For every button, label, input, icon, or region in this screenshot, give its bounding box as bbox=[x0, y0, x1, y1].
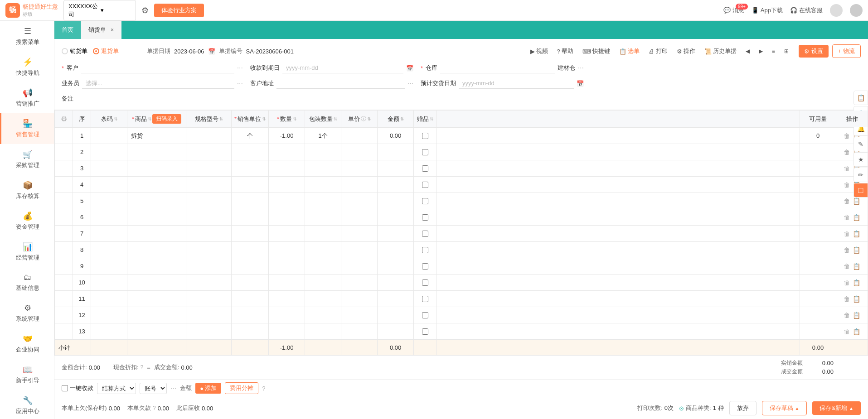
warehouse-more-icon[interactable]: ··· bbox=[578, 64, 584, 72]
bank-account-select[interactable]: 账号 bbox=[140, 383, 167, 394]
tab-home[interactable]: 首页 bbox=[54, 21, 81, 39]
row-barcode-12[interactable] bbox=[91, 323, 127, 340]
row-barcode-3[interactable] bbox=[91, 177, 127, 193]
row-gift-8[interactable] bbox=[414, 258, 436, 275]
help-btn[interactable]: ? 帮助 bbox=[554, 46, 576, 57]
calendar-icon[interactable]: 📅 bbox=[208, 48, 215, 55]
delete-row-icon-10[interactable]: 🗑 bbox=[844, 295, 850, 303]
delete-row-icon-4[interactable]: 🗑 bbox=[844, 197, 850, 205]
row-barcode-0[interactable] bbox=[91, 128, 127, 144]
unit-sort-icon[interactable]: ⇅ bbox=[262, 116, 266, 121]
row-gift-1[interactable] bbox=[414, 144, 436, 160]
sidebar-item-inventory[interactable]: 📦 库存核算 bbox=[0, 175, 54, 206]
one-click-checkbox[interactable] bbox=[62, 385, 68, 391]
row-barcode-9[interactable] bbox=[91, 275, 127, 291]
row-barcode-6[interactable] bbox=[91, 226, 127, 242]
sidebar-item-search[interactable]: ☰ 搜索菜单 bbox=[0, 21, 54, 52]
video-btn[interactable]: ▶ 视频 bbox=[528, 46, 551, 57]
sidebar-item-operations[interactable]: 📊 经营管理 bbox=[0, 236, 54, 267]
delete-row-icon-2[interactable]: 🗑 bbox=[844, 165, 850, 172]
company-selector[interactable]: XXXXXX公司 ▾ bbox=[63, 0, 136, 21]
print-btn[interactable]: 🖨 打印 bbox=[646, 46, 670, 57]
expense-split-button[interactable]: 费用分摊 bbox=[225, 382, 258, 394]
row-gift-7[interactable] bbox=[414, 242, 436, 258]
bank-more-icon[interactable]: ··· bbox=[170, 384, 176, 392]
copy-row-icon-8[interactable]: 📋 bbox=[853, 263, 860, 270]
amount-sort-icon[interactable]: ⇅ bbox=[400, 116, 404, 121]
float-active-icon[interactable]: □ bbox=[853, 183, 868, 197]
nav-next-btn[interactable]: ▶ bbox=[756, 47, 766, 56]
copy-row-icon-9[interactable]: 📋 bbox=[853, 279, 860, 286]
row-barcode-7[interactable] bbox=[91, 242, 127, 258]
row-gift-5[interactable] bbox=[414, 209, 436, 226]
operate-btn[interactable]: ⚙ 操作 bbox=[674, 46, 698, 57]
row-barcode-1[interactable] bbox=[91, 144, 127, 160]
delivery-date-input[interactable] bbox=[459, 78, 574, 89]
row-gift-2[interactable] bbox=[414, 160, 436, 177]
payment-due-calendar-icon[interactable]: 📅 bbox=[406, 65, 413, 72]
online-service-button[interactable]: 🎧 在线客服 bbox=[790, 6, 823, 14]
qty-sort-icon[interactable]: ⇅ bbox=[293, 116, 296, 121]
history-btn[interactable]: 📜 历史单据 bbox=[702, 46, 739, 57]
row-gift-4[interactable] bbox=[414, 193, 436, 209]
sidebar-item-basics[interactable]: 🗂 基础信息 bbox=[0, 267, 54, 298]
barcode-sort-icon[interactable]: ⇅ bbox=[114, 116, 117, 121]
add-payment-button[interactable]: ● 添加 bbox=[195, 383, 221, 394]
save-draft-button[interactable]: 保存草稿 ▲ bbox=[762, 401, 807, 415]
row-barcode-8[interactable] bbox=[91, 258, 127, 275]
customer-more-icon[interactable]: ··· bbox=[237, 64, 243, 72]
discount-info-icon[interactable]: ? bbox=[141, 364, 144, 371]
delete-row-icon-0[interactable]: 🗑 bbox=[844, 132, 850, 140]
delete-row-icon-8[interactable]: 🗑 bbox=[844, 263, 850, 270]
radio-sales[interactable]: 销货单 bbox=[62, 47, 87, 55]
sidebar-item-guide[interactable]: 📖 新手引导 bbox=[0, 359, 54, 390]
scan-btn[interactable]: 扫码录入 bbox=[152, 114, 181, 124]
tab-sales[interactable]: 销货单 × bbox=[81, 21, 121, 39]
gift-sort-icon[interactable]: ⇅ bbox=[430, 116, 433, 121]
messages-button[interactable]: 💬 消息 99+ bbox=[723, 6, 744, 14]
row-barcode-5[interactable] bbox=[91, 209, 127, 226]
delete-row-icon-7[interactable]: 🗑 bbox=[844, 246, 850, 254]
setup-button[interactable]: ⚙ ⚙ 设置 设置 bbox=[799, 45, 829, 58]
row-barcode-10[interactable] bbox=[91, 291, 127, 307]
row-barcode-4[interactable] bbox=[91, 193, 127, 209]
payment-help-icon[interactable]: ? bbox=[262, 385, 265, 392]
sidebar-item-sales[interactable]: 🏪 销售管理 bbox=[0, 113, 54, 144]
copy-row-icon-5[interactable]: 📋 bbox=[853, 214, 860, 221]
tab-close-icon[interactable]: × bbox=[111, 27, 114, 33]
row-gift-11[interactable] bbox=[414, 307, 436, 323]
sidebar-item-marketing[interactable]: 📢 营销推广 bbox=[0, 82, 54, 113]
delete-row-icon-6[interactable]: 🗑 bbox=[844, 230, 850, 237]
row-gift-10[interactable] bbox=[414, 291, 436, 307]
copy-row-icon-6[interactable]: 📋 bbox=[853, 230, 860, 237]
sidebar-item-system[interactable]: ⚙ 系统管理 bbox=[0, 298, 54, 328]
delete-row-icon-9[interactable]: 🗑 bbox=[844, 279, 850, 286]
row-gift-3[interactable] bbox=[414, 177, 436, 193]
copy-row-icon-4[interactable]: 📋 bbox=[853, 197, 860, 205]
sidebar-item-appstore[interactable]: 🔧 应用中心 bbox=[0, 390, 54, 419]
float-edit-icon[interactable]: ✎ bbox=[853, 137, 868, 151]
float-star-icon[interactable]: ★ bbox=[853, 152, 868, 167]
copy-row-icon-12[interactable]: 📋 bbox=[853, 328, 860, 335]
calc-method-select[interactable]: 结算方式 bbox=[97, 383, 136, 394]
owing-info-icon[interactable]: ? bbox=[153, 405, 156, 411]
app-download-button[interactable]: 📱 App下载 bbox=[752, 6, 783, 14]
float-pencil-icon[interactable]: ✏ bbox=[853, 168, 868, 182]
avatar[interactable] bbox=[830, 4, 843, 17]
spec-sort-icon[interactable]: ⇅ bbox=[219, 116, 223, 121]
row-gift-12[interactable] bbox=[414, 323, 436, 340]
delete-row-icon-1[interactable]: 🗑 bbox=[844, 149, 850, 156]
customer-input[interactable] bbox=[81, 63, 234, 73]
row-gift-9[interactable] bbox=[414, 275, 436, 291]
sidebar-item-quicknav[interactable]: ⚡ 快捷导航 bbox=[0, 52, 54, 82]
logistics-button[interactable]: + 物流 bbox=[832, 44, 861, 58]
shortcut-btn[interactable]: ⌨ 快捷键 bbox=[580, 46, 613, 57]
delete-row-icon-3[interactable]: 🗑 bbox=[844, 181, 850, 188]
delete-row-icon-5[interactable]: 🗑 bbox=[844, 214, 850, 221]
pkg-sort-icon[interactable]: ⇅ bbox=[334, 116, 337, 121]
sidebar-item-purchase[interactable]: 🛒 采购管理 bbox=[0, 144, 54, 175]
sidebar-item-finance[interactable]: 💰 资金管理 bbox=[0, 206, 54, 236]
choose-btn[interactable]: 📋 选单 bbox=[616, 46, 642, 57]
product-sort-icon[interactable]: ⇅ bbox=[148, 116, 151, 121]
copy-row-icon-7[interactable]: 📋 bbox=[853, 246, 860, 254]
